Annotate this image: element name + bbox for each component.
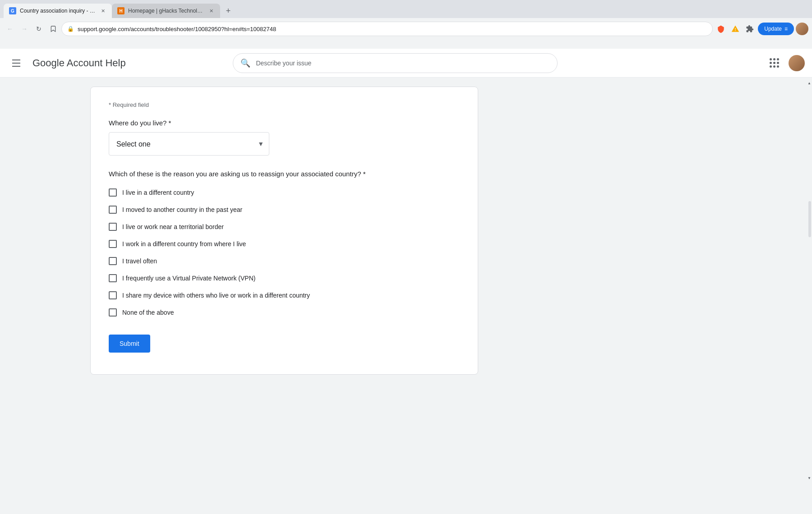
reason-checkbox-group: I live in a different country I moved to… (109, 185, 460, 320)
tab1-title: Country association inquiry - Goo... (20, 8, 96, 14)
where-do-you-live-dropdown[interactable]: Select one United States United Kingdom … (109, 132, 269, 156)
checkbox-share-device[interactable] (109, 291, 117, 299)
question2-required-star: * (363, 170, 366, 178)
back-button[interactable]: ← (4, 23, 16, 35)
checkbox-label-none-above: None of the above (122, 309, 174, 316)
browser-chrome: G Country association inquiry - Goo... ✕… (0, 0, 812, 40)
update-button[interactable]: Update ≡ (758, 23, 794, 35)
tab-bar: G Country association inquiry - Goo... ✕… (0, 0, 812, 18)
checkbox-label-work-different-country: I work in a different country from where… (122, 240, 246, 248)
scrollbar-track[interactable]: ▲ ▼ (807, 79, 812, 482)
app-header: Google Account Help 🔍 Describe your issu… (0, 49, 812, 78)
scrollbar-thumb[interactable] (808, 201, 811, 237)
checkbox-label-vpn: I frequently use a Virtual Private Netwo… (122, 275, 255, 282)
checkbox-item-work-different-country[interactable]: I work in a different country from where… (109, 236, 460, 252)
question1-label: Where do you live? * (109, 119, 460, 127)
scrollbar-down-arrow[interactable]: ▼ (807, 474, 812, 482)
tab-1[interactable]: G Country association inquiry - Goo... ✕ (4, 4, 112, 18)
header-search-placeholder: Describe your issue (256, 60, 311, 67)
checkbox-label-share-device: I share my device with others who live o… (122, 292, 310, 299)
checkbox-label-live-different-country: I live in a different country (122, 189, 194, 196)
address-bar-row: ← → ↻ 🔒 support.google.com/accounts/trou… (0, 18, 812, 40)
lock-icon: 🔒 (67, 26, 74, 32)
checkbox-item-travel-often[interactable]: I travel often (109, 253, 460, 269)
hamburger-menu-button[interactable] (7, 54, 25, 72)
submit-button[interactable]: Submit (109, 335, 150, 353)
where-do-you-live-dropdown-wrapper: Select one United States United Kingdom … (109, 132, 269, 156)
forward-button[interactable]: → (18, 23, 31, 35)
tab2-title: Homepage | gHacks Technology News (128, 8, 204, 14)
question2-label-text: Which of these is the reason you are ask… (109, 170, 361, 178)
app-title: Google Account Help (32, 57, 126, 69)
question1-required-star: * (169, 119, 171, 127)
hamburger-line-2 (12, 63, 20, 64)
browser-window: G Country association inquiry - Goo... ✕… (0, 0, 812, 514)
form-card: * Required field Where do you live? * Se… (90, 87, 478, 375)
checkbox-item-share-device[interactable]: I share my device with others who live o… (109, 288, 460, 303)
submit-section: Submit (109, 335, 460, 353)
brave-shield-icon[interactable] (715, 23, 727, 35)
profile-avatar[interactable] (796, 23, 808, 35)
tab2-close-btn[interactable]: ✕ (208, 7, 215, 14)
checkbox-label-travel-often: I travel often (122, 257, 157, 265)
tab1-favicon: G (9, 7, 16, 14)
checkbox-territorial-border[interactable] (109, 223, 117, 231)
header-search-icon: 🔍 (240, 58, 250, 68)
header-right (765, 54, 805, 72)
checkbox-live-different-country[interactable] (109, 188, 117, 197)
address-bar[interactable]: 🔒 support.google.com/accounts/troublesho… (61, 22, 713, 36)
new-tab-button[interactable]: + (222, 5, 235, 17)
hamburger-line-3 (12, 66, 20, 67)
apps-grid-icon (770, 58, 779, 68)
checkbox-item-vpn[interactable]: I frequently use a Virtual Private Netwo… (109, 271, 460, 286)
update-label: Update (764, 26, 782, 32)
tab-2[interactable]: H Homepage | gHacks Technology News ✕ (112, 4, 220, 18)
checkbox-item-territorial-border[interactable]: I live or work near a territorial border (109, 219, 460, 234)
scrollbar-up-arrow[interactable]: ▲ (807, 79, 812, 87)
header-search-bar[interactable]: 🔍 Describe your issue (233, 53, 558, 73)
hamburger-line-1 (12, 60, 20, 60)
apps-button[interactable] (765, 54, 783, 72)
checkbox-none-above[interactable] (109, 308, 117, 317)
checkbox-item-none-above[interactable]: None of the above (109, 305, 460, 320)
refresh-button[interactable]: ↻ (32, 23, 45, 35)
page-content: Google Account Help 🔍 Describe your issu… (0, 40, 812, 482)
user-avatar[interactable] (789, 55, 805, 71)
checkbox-work-different-country[interactable] (109, 240, 117, 248)
checkbox-item-live-different-country[interactable]: I live in a different country (109, 185, 460, 200)
checkbox-label-moved-another-country: I moved to another country in the past y… (122, 206, 242, 213)
checkbox-vpn[interactable] (109, 274, 117, 282)
bookmark-button[interactable] (47, 23, 60, 35)
update-menu-icon: ≡ (784, 26, 788, 32)
checkbox-moved-another-country[interactable] (109, 206, 117, 214)
address-icons: Update ≡ (715, 23, 808, 35)
alert-icon[interactable] (729, 23, 742, 35)
required-note: * Required field (109, 101, 460, 108)
extensions-icon[interactable] (743, 23, 756, 35)
tab2-favicon: H (117, 7, 125, 14)
url-text: support.google.com/accounts/troubleshoot… (78, 26, 707, 32)
question2-label: Which of these is the reason you are ask… (109, 170, 460, 178)
question1-label-text: Where do you live? (109, 119, 166, 127)
checkbox-label-territorial-border: I live or work near a territorial border (122, 223, 224, 230)
main-area: * Required field Where do you live? * Se… (0, 78, 812, 384)
checkbox-travel-often[interactable] (109, 257, 117, 265)
tab1-close-btn[interactable]: ✕ (99, 7, 106, 14)
checkbox-item-moved-another-country[interactable]: I moved to another country in the past y… (109, 202, 460, 217)
